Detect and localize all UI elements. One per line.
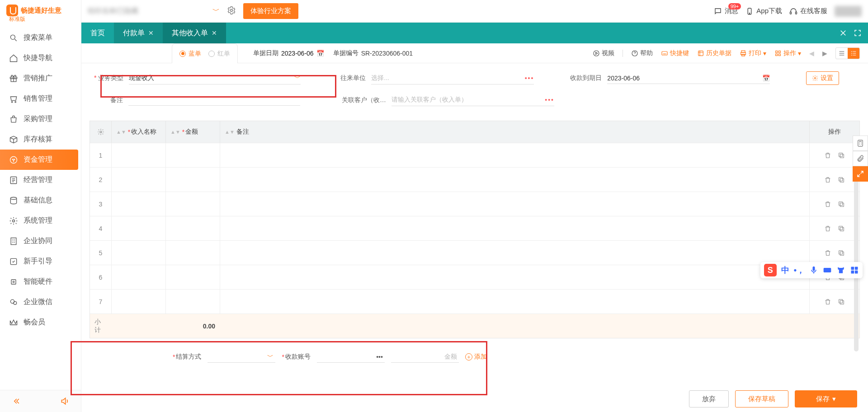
col-income-name[interactable]: ▲▼*收入名称 [112, 121, 166, 143]
copy-icon[interactable] [838, 176, 845, 183]
table-row[interactable]: 5 [90, 240, 859, 265]
sidebar-item-quick-nav[interactable]: 快捷导航 [0, 48, 81, 68]
ime-lang[interactable]: 中 [781, 265, 789, 276]
cell-amount[interactable] [166, 192, 220, 216]
blue-doc-radio[interactable]: 蓝单 [179, 50, 201, 58]
copy-icon[interactable] [838, 201, 845, 208]
skin-icon[interactable] [836, 266, 845, 275]
print-button[interactable]: 打印▾ [740, 49, 766, 57]
cell-income-name[interactable] [112, 241, 166, 265]
app-download-button[interactable]: App下载 [745, 7, 782, 15]
prev-doc-button[interactable]: ◀ [809, 50, 814, 57]
sidebar-item-newbie[interactable]: 新手引导 [0, 251, 81, 272]
fullscreen-icon[interactable] [854, 29, 862, 37]
user-avatar[interactable] [835, 6, 862, 17]
sidebar-item-basic-info[interactable]: 基础信息 [0, 190, 81, 211]
cell-remark[interactable] [220, 143, 810, 167]
sidebar-item-collab[interactable]: 企业协同 [0, 231, 81, 251]
copy-icon[interactable] [838, 225, 845, 232]
cell-income-name[interactable] [112, 265, 166, 289]
cell-income-name[interactable] [112, 143, 166, 167]
add-settlement-button[interactable]: ＋ 添加 [465, 353, 487, 361]
save-button[interactable]: 保存▾ [795, 390, 857, 407]
help-button[interactable]: 帮助 [631, 49, 653, 57]
table-row[interactable]: 7 [90, 289, 859, 314]
collapse-icon[interactable] [12, 397, 21, 406]
delete-icon[interactable] [824, 152, 831, 159]
table-row[interactable]: 3 [90, 192, 859, 216]
cell-income-name[interactable] [112, 192, 166, 216]
cell-income-name[interactable] [112, 168, 166, 192]
ime-punct-icon[interactable]: •， [794, 265, 805, 276]
partner-select[interactable]: 选择... ••• [371, 72, 534, 84]
close-icon[interactable]: ✕ [148, 29, 154, 37]
cell-income-name[interactable] [112, 216, 166, 240]
doc-date-value[interactable]: 2023-06-06 [281, 50, 314, 57]
view-card-button[interactable] [848, 48, 859, 59]
form-settings-button[interactable]: 设置 [806, 71, 839, 85]
sidebar-item-system[interactable]: 系统管理 [0, 211, 81, 231]
expand-icon[interactable] [853, 166, 868, 182]
col-remark[interactable]: ▲▼备注 [220, 121, 810, 143]
delete-icon[interactable] [824, 249, 831, 257]
table-row[interactable]: 2 [90, 167, 859, 192]
customer-service-button[interactable]: 在线客服 [789, 7, 827, 15]
more-icon[interactable]: ••• [545, 96, 554, 103]
cell-amount[interactable] [166, 265, 220, 289]
sidebar-item-search-menu[interactable]: 搜索菜单 [0, 28, 81, 48]
delete-icon[interactable] [824, 225, 831, 232]
tab-payment[interactable]: 付款单 ✕ [114, 23, 163, 43]
org-selector[interactable]: 组织名称已隐藏 [88, 6, 205, 16]
cell-remark[interactable] [220, 241, 810, 265]
cell-amount[interactable] [166, 143, 220, 167]
history-button[interactable]: 历史单据 [697, 49, 731, 57]
delete-icon[interactable] [824, 176, 831, 183]
sound-icon[interactable] [60, 397, 69, 406]
hotkey-button[interactable]: 快捷键 [661, 49, 689, 57]
sidebar-item-member[interactable]: 畅会员 [0, 312, 81, 332]
settings-gear-icon[interactable] [227, 6, 236, 17]
abandon-button[interactable]: 放弃 [689, 390, 729, 407]
ime-toolbar[interactable]: S 中 •， [760, 262, 863, 278]
keyboard-icon[interactable] [823, 266, 832, 275]
operate-button[interactable]: 操作▾ [774, 49, 801, 57]
sidebar-item-marketing[interactable]: 营销推广 [0, 68, 81, 89]
attachment-icon[interactable] [853, 151, 868, 166]
sidebar-item-hardware[interactable]: 智能硬件 [0, 272, 81, 292]
sidebar-item-funds[interactable]: 资金管理 [0, 150, 78, 170]
close-icon[interactable]: ✕ [212, 29, 217, 37]
cell-amount[interactable] [166, 241, 220, 265]
calculator-icon[interactable] [853, 136, 868, 151]
table-row[interactable]: 6 [90, 265, 859, 289]
delete-icon[interactable] [824, 298, 831, 305]
copy-icon[interactable] [838, 152, 845, 159]
settle-amount-input[interactable]: 金额 [391, 351, 459, 363]
cell-remark[interactable] [220, 168, 810, 192]
copy-icon[interactable] [838, 249, 845, 257]
col-amount[interactable]: ▲▼*金额 [166, 121, 220, 143]
sidebar-item-inventory[interactable]: 库存核算 [0, 129, 81, 150]
cell-remark[interactable] [220, 290, 810, 314]
sidebar-item-operations[interactable]: 经营管理 [0, 170, 81, 190]
cell-amount[interactable] [166, 290, 220, 314]
microphone-icon[interactable] [809, 266, 818, 275]
cell-remark[interactable] [220, 192, 810, 216]
red-doc-radio[interactable]: 红单 [208, 50, 230, 58]
more-icon[interactable]: ••• [525, 75, 534, 82]
table-settings-button[interactable] [90, 121, 112, 143]
toolbox-icon[interactable] [850, 266, 859, 275]
tab-other-income[interactable]: 其他收入单 ✕ [163, 23, 226, 43]
cell-income-name[interactable] [112, 290, 166, 314]
cell-remark[interactable] [220, 265, 810, 289]
chevron-down-icon[interactable]: ﹀ [212, 6, 220, 16]
tab-home[interactable]: 首页 [81, 23, 114, 43]
experience-plan-button[interactable]: 体验行业方案 [243, 3, 298, 19]
next-doc-button[interactable]: ▶ [822, 50, 827, 57]
due-date-input[interactable]: 2023-06-06 📅 [607, 73, 770, 84]
delete-icon[interactable] [824, 201, 831, 208]
calendar-icon[interactable]: 📅 [316, 50, 324, 57]
copy-icon[interactable] [838, 298, 845, 305]
sidebar-item-purchase[interactable]: 采购管理 [0, 109, 81, 129]
messages-button[interactable]: 消息 99+ [714, 7, 738, 15]
settle-method-select[interactable]: ﹀ [208, 351, 275, 363]
